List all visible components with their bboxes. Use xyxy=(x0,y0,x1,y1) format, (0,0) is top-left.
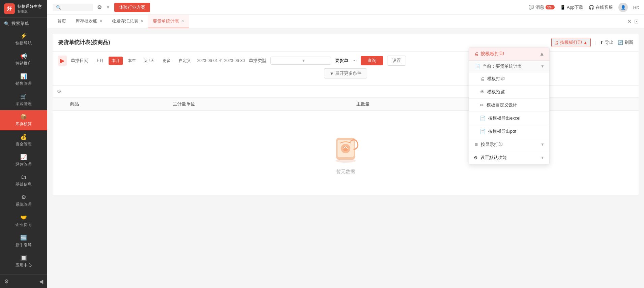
sidebar-item-finance[interactable]: 💰 资金管理 xyxy=(0,130,47,151)
topbar-app-download[interactable]: 📱 App下载 xyxy=(560,4,583,10)
dropdown-section-default-func[interactable]: ⚙ 设置默认功能 ▼ xyxy=(469,151,549,164)
date-custom[interactable]: 自定义 xyxy=(176,57,194,65)
marketing-icon: 📢 xyxy=(20,53,27,59)
message-badge: 99+ xyxy=(546,5,555,9)
sidebar-item-sales[interactable]: 📊 销售管理 xyxy=(0,70,47,90)
sidebar-item-system[interactable]: ⚙ 系统管理 xyxy=(0,191,47,211)
quick-nav-icon: ⚡ xyxy=(20,33,27,39)
collab-icon: 🤝 xyxy=(20,214,27,221)
dropdown-item-export-excel[interactable]: 📄 按模板导出excel xyxy=(469,112,549,125)
settings-btn[interactable]: 设置 xyxy=(387,56,406,66)
app-name: 畅捷通好生意 xyxy=(18,4,42,9)
date-prev-month[interactable]: 上月 xyxy=(92,57,107,65)
sidebar-item-operation[interactable]: 📈 经营管理 xyxy=(0,151,47,171)
sidebar-item-purchase[interactable]: 🛒 采购管理 xyxy=(0,90,47,110)
template-print-icon: 🖨 xyxy=(480,76,485,82)
dropdown-item-template-print[interactable]: 🖨 模板打印 xyxy=(469,72,549,86)
topbar-search[interactable]: 🔍 xyxy=(53,4,93,11)
default-func-icon: ⚙ xyxy=(474,155,478,160)
sidebar-nav: ⚡ 快捷导航 📢 营销推广 📊 销售管理 🛒 采购管理 📦 库存核算 💰 资金管… xyxy=(0,29,47,275)
service-icon: 🎧 xyxy=(589,5,594,10)
app-version: 标准版 xyxy=(18,9,42,13)
export-btn[interactable]: ⬆ 导出 xyxy=(600,39,614,45)
tab-close-order-stats[interactable]: ✕ xyxy=(181,19,184,23)
tab-receipt-summary[interactable]: 收发存汇总表 ✕ xyxy=(107,15,148,28)
window-controls: ✕ ⊡ xyxy=(627,18,639,25)
print-btn[interactable]: 🖨 按模板打印 ▲ xyxy=(551,38,591,47)
print-icon: 🖨 xyxy=(554,40,559,45)
date-more[interactable]: 更多 xyxy=(159,57,174,65)
more-options-icon[interactable]: ··· xyxy=(352,58,357,64)
empty-state: 暂无数据 xyxy=(53,111,639,195)
type-select-chevron: ▼ xyxy=(301,58,328,63)
trial-btn[interactable]: 体验行业方案 xyxy=(114,3,150,12)
window-close-icon[interactable]: ✕ xyxy=(627,18,632,25)
topbar-gear-icon[interactable]: ⚙ xyxy=(97,4,102,10)
dropdown-item-template-preview[interactable]: 👁 模板预览 xyxy=(469,86,549,99)
tab-close-inventory-batch[interactable]: ✕ xyxy=(99,19,103,23)
expand-more-btn[interactable]: ▼ 展开更多条件 xyxy=(324,68,368,78)
dropdown-section-display-print[interactable]: 🖥 按显示打印 ▼ xyxy=(469,138,549,151)
date-current-month[interactable]: 本月 xyxy=(109,57,123,65)
query-btn[interactable]: 查询 xyxy=(361,56,383,65)
date-current-year[interactable]: 本年 xyxy=(125,57,139,65)
dropdown-current-template[interactable]: 📄 当前：要货单统计表 ▼ xyxy=(469,61,549,72)
message-icon: 💬 xyxy=(529,5,534,10)
tabbar: 首页 库存批次账 ✕ 收发存汇总表 ✕ 要货单统计表 ✕ ✕ ⊡ xyxy=(47,15,644,28)
sales-icon: 📊 xyxy=(20,73,27,79)
tab-close-receipt-summary[interactable]: ✕ xyxy=(140,19,143,23)
template-design-icon: ✏ xyxy=(480,102,484,108)
col-unit: 主计量单位 xyxy=(169,98,352,111)
operation-icon: 📈 xyxy=(20,154,27,160)
export-icon: ⬆ xyxy=(600,40,604,45)
sidebar-item-quick-nav[interactable]: ⚡ 快捷导航 xyxy=(0,29,47,50)
dropdown-item-export-pdf[interactable]: 📄 按模板导出pdf xyxy=(469,125,549,138)
apps-icon: 🔲 xyxy=(20,255,27,261)
sidebar-item-inventory[interactable]: 📦 库存核算 xyxy=(0,110,47,130)
tab-home[interactable]: 首页 xyxy=(53,15,71,28)
date-buttons: 上月 本月 本年 近7天 更多 自定义 2023-06-01 至 2023-06… xyxy=(92,57,245,65)
empty-text: 暂无数据 xyxy=(336,169,355,175)
content-area: 要货单统计表(按商品) 🖨 按模板打印 ▲ | ⬆ 导出 🔄 刷新 xyxy=(47,28,644,288)
title-actions: 🖨 按模板打印 ▲ | ⬆ 导出 🔄 刷新 xyxy=(551,38,633,47)
sidebar-item-collab[interactable]: 🤝 企业协同 xyxy=(0,211,47,231)
type-label: 单据类型 xyxy=(249,58,266,64)
table-gear-icon[interactable]: ⚙ xyxy=(57,88,61,95)
search-menu-btn[interactable]: 🔍 搜索菜单 xyxy=(0,18,47,29)
logo-icon: 好 xyxy=(4,3,15,14)
topbar-divider: ▼ xyxy=(106,5,110,10)
col-checkbox xyxy=(53,98,66,111)
filter-area: ▶ 单据日期 上月 本月 本年 近7天 更多 自定义 2023-06-01 至 … xyxy=(53,52,639,86)
avatar[interactable]: 👤 xyxy=(618,3,628,12)
col-quantity: 主数量 xyxy=(352,98,482,111)
sidebar-item-wechat[interactable]: 💬 企业微信 xyxy=(0,271,47,275)
dropdown-close-icon[interactable]: ▲ xyxy=(539,51,545,57)
sidebar: 好 畅捷通好生意 标准版 🔍 搜索菜单 ⚡ 快捷导航 📢 营销推广 📊 销售管理… xyxy=(0,0,47,288)
dropdown-item-template-design[interactable]: ✏ 模板自定义设计 xyxy=(469,99,549,112)
date-label: 单据日期 xyxy=(71,58,88,64)
topbar-search-icon: 🔍 xyxy=(56,5,61,10)
sidebar-item-guide[interactable]: 🆕 新手引导 xyxy=(0,231,47,251)
sidebar-item-marketing[interactable]: 📢 营销推广 xyxy=(0,50,47,70)
purchase-icon: 🛒 xyxy=(20,93,27,100)
date-last7[interactable]: 近7天 xyxy=(141,57,157,65)
topbar: 🔍 ⚙ ▼ 体验行业方案 💬 消息 99+ 📱 App下载 🎧 在线客服 👤 R… xyxy=(47,0,644,15)
type-select[interactable]: ▼ xyxy=(270,57,331,65)
sidebar-item-apps[interactable]: 🔲 应用中心 xyxy=(0,251,47,271)
filter-expand-icon[interactable]: ▶ xyxy=(58,56,67,66)
guide-icon: 🆕 xyxy=(20,234,27,241)
refresh-icon: 🔄 xyxy=(618,40,623,45)
refresh-btn[interactable]: 🔄 刷新 xyxy=(618,39,633,45)
empty-image xyxy=(329,131,362,165)
page-title: 要货单统计表(按商品) xyxy=(58,39,110,46)
tab-inventory-batch[interactable]: 库存批次账 ✕ xyxy=(71,15,107,28)
table-area: ⚙ 商品 主计量单位 主数量 零售金额 xyxy=(53,86,639,195)
window-expand-icon[interactable]: ⊡ xyxy=(634,18,639,25)
topbar-message[interactable]: 💬 消息 99+ xyxy=(529,4,555,10)
sidebar-item-basic[interactable]: 🗂 基础信息 xyxy=(0,171,47,191)
topbar-service[interactable]: 🎧 在线客服 xyxy=(589,4,613,10)
tab-order-stats[interactable]: 要货单统计表 ✕ xyxy=(148,15,189,28)
col-product: 商品 xyxy=(66,98,169,111)
collapse-icon[interactable]: ◀ xyxy=(39,278,43,285)
settings-icon[interactable]: ⚙ xyxy=(4,278,9,285)
